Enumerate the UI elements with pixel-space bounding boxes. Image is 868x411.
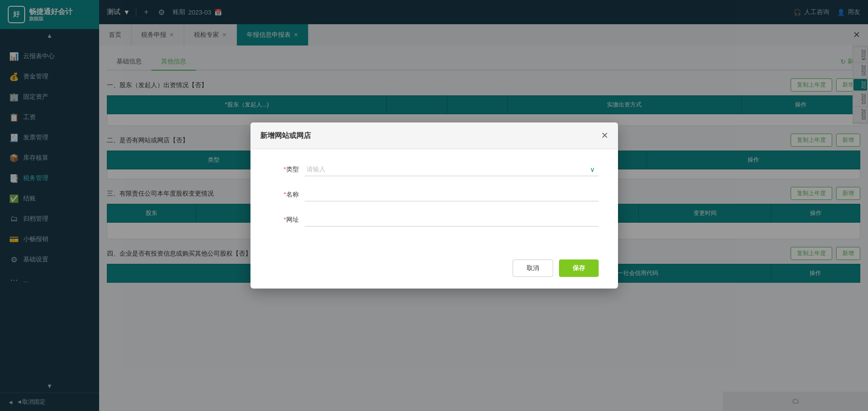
form-row-url: *网址	[270, 213, 599, 227]
url-input[interactable]	[305, 213, 599, 227]
save-button[interactable]: 保存	[559, 259, 599, 277]
form-row-type: *类型 ∨	[270, 163, 599, 176]
form-input-url-wrap	[305, 213, 599, 227]
type-input[interactable]	[305, 163, 599, 176]
dialog-title: 新增网站或网店	[260, 131, 311, 140]
dialog-footer: 取消 保存	[250, 252, 618, 289]
form-label-type: *类型	[270, 165, 299, 174]
name-input[interactable]	[305, 188, 599, 201]
dialog-body: *类型 ∨ *名称 *网址	[250, 149, 618, 252]
dialog-overlay[interactable]: 新增网站或网店 ✕ *类型 ∨ *名称	[0, 0, 868, 411]
form-row-name: *名称	[270, 188, 599, 201]
form-label-name: *名称	[270, 190, 299, 199]
cancel-button[interactable]: 取消	[513, 259, 553, 277]
form-label-url: *网址	[270, 215, 299, 224]
form-input-name-wrap	[305, 188, 599, 201]
dialog-header: 新增网站或网店 ✕	[250, 122, 618, 149]
add-website-dialog: 新增网站或网店 ✕ *类型 ∨ *名称	[250, 122, 618, 289]
dialog-close-btn[interactable]: ✕	[601, 130, 608, 141]
form-input-type-wrap: ∨	[305, 163, 599, 176]
